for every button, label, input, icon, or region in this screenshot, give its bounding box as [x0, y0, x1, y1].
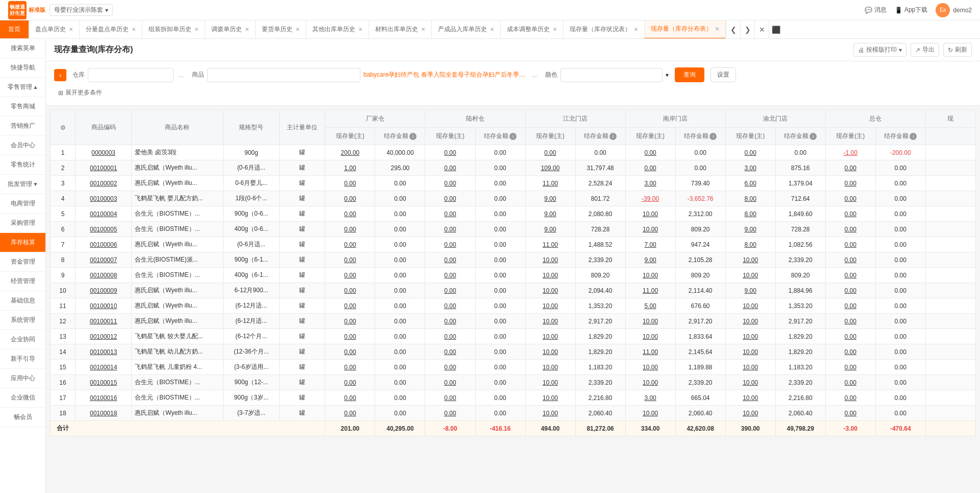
cell-yubei-qty[interactable]: 10.00 [725, 252, 775, 268]
tab-2-close[interactable]: ✕ [132, 27, 136, 32]
cell-nanan-qty[interactable]: 11.00 [625, 283, 675, 298]
cell-nanan-qty[interactable]: 9.00 [625, 252, 675, 268]
tab-9-close[interactable]: ✕ [553, 27, 557, 32]
cell-total-qty[interactable]: 0.00 [825, 176, 875, 191]
cell-lucun-qty[interactable]: 0.00 [425, 360, 475, 375]
cell-yubei-qty[interactable]: 10.00 [725, 344, 775, 360]
cell-total-qty[interactable]: 0.00 [825, 237, 875, 252]
cell-lucun-qty[interactable]: 0.00 [425, 145, 475, 160]
tab-8-close[interactable]: ✕ [490, 27, 494, 32]
cell-code[interactable]: 0000003 [76, 145, 132, 160]
tab-9[interactable]: 成本调整单历史 ✕ [501, 20, 564, 39]
cell-factory-qty[interactable]: 0.00 [325, 390, 375, 406]
sidebar-item-apps[interactable]: 应用中心 [0, 369, 45, 388]
cell-lucun-qty[interactable]: 0.00 [425, 344, 475, 360]
cell-code[interactable]: 00100008 [76, 268, 132, 283]
cell-nanan-qty[interactable]: 10.00 [625, 360, 675, 375]
tab-next-btn[interactable]: ❯ [740, 20, 754, 39]
cell-nanan-qty[interactable]: 0.00 [625, 145, 675, 160]
cell-code[interactable]: 00100016 [76, 390, 132, 406]
info-icon-5[interactable]: i [810, 133, 817, 140]
cell-factory-qty[interactable]: 0.00 [325, 283, 375, 298]
cell-factory-qty[interactable]: 0.00 [325, 206, 375, 222]
cell-yubei-qty[interactable]: 10.00 [725, 406, 775, 421]
cell-factory-qty[interactable]: 200.00 [325, 145, 375, 160]
cell-nanan-qty[interactable]: 7.00 [625, 237, 675, 252]
tab-6[interactable]: 其他出库单历史 ✕ [306, 20, 369, 39]
tab-3[interactable]: 组装拆卸单历史 ✕ [142, 20, 205, 39]
cell-code[interactable]: 00100005 [76, 222, 132, 237]
cell-jiangbei-qty[interactable]: 109.00 [525, 160, 575, 176]
cell-factory-qty[interactable]: 0.00 [325, 329, 375, 344]
message-btn[interactable]: 💬 消息 [865, 6, 887, 14]
cell-lucun-qty[interactable]: 0.00 [425, 160, 475, 176]
cell-lucun-qty[interactable]: 0.00 [425, 329, 475, 344]
cell-factory-qty[interactable]: 0.00 [325, 375, 375, 390]
product-input[interactable] [207, 68, 360, 82]
cell-total-qty[interactable]: -1.00 [825, 145, 875, 160]
cell-nanan-qty[interactable]: 10.00 [625, 206, 675, 222]
cell-total-qty[interactable]: 0.00 [825, 406, 875, 421]
sidebar-item-ecommerce[interactable]: 电商管理 [0, 194, 45, 214]
tab-10[interactable]: 现存量（库存状况表） ✕ [564, 20, 645, 39]
tab-2[interactable]: 分量盘点单历史 ✕ [80, 20, 142, 39]
cell-nanan-qty[interactable]: 3.00 [625, 176, 675, 191]
sidebar-item-operations[interactable]: 经营管理 [0, 272, 45, 291]
cell-yubei-qty[interactable]: 8.00 [725, 191, 775, 206]
sidebar-item-members[interactable]: 畅会员 [0, 408, 45, 427]
cell-yubei-qty[interactable]: 10.00 [725, 375, 775, 390]
cell-yubei-qty[interactable]: 10.00 [725, 390, 775, 406]
cell-jiangbei-qty[interactable]: 10.00 [525, 268, 575, 283]
cell-jiangbei-qty[interactable]: 10.00 [525, 298, 575, 314]
color-input[interactable] [560, 68, 663, 82]
tab-4-close[interactable]: ✕ [245, 27, 249, 32]
cell-yubei-qty[interactable]: 0.00 [725, 145, 775, 160]
tab-6-close[interactable]: ✕ [358, 27, 362, 32]
cell-code[interactable]: 00100018 [76, 406, 132, 421]
cell-total-qty[interactable]: 0.00 [825, 314, 875, 329]
sidebar-item-purchase[interactable]: 采购管理 [0, 214, 45, 233]
setting-btn[interactable]: 设置 [710, 67, 736, 82]
cell-code[interactable]: 00100004 [76, 206, 132, 222]
cell-factory-qty[interactable]: 0.00 [325, 237, 375, 252]
cell-yubei-qty[interactable]: 10.00 [725, 360, 775, 375]
cell-nanan-qty[interactable]: 10.00 [625, 375, 675, 390]
cell-nanan-qty[interactable]: -39.00 [625, 191, 675, 206]
cell-jiangbei-qty[interactable]: 10.00 [525, 390, 575, 406]
cell-code[interactable]: 00100001 [76, 160, 132, 176]
industry-selector[interactable]: 母婴行业演示陈套 ▾ [50, 4, 113, 16]
cell-nanan-qty[interactable]: 10.00 [625, 329, 675, 344]
cell-factory-qty[interactable]: 0.00 [325, 252, 375, 268]
cell-code[interactable]: 00100003 [76, 191, 132, 206]
cell-total-qty[interactable]: 0.00 [825, 222, 875, 237]
print-btn[interactable]: 🖨 按模版打印 ▾ [853, 43, 906, 57]
cell-code[interactable]: 00100014 [76, 360, 132, 375]
cell-total-qty[interactable]: 0.00 [825, 360, 875, 375]
cell-yubei-qty[interactable]: 10.00 [725, 314, 775, 329]
query-btn[interactable]: 查询 [675, 67, 704, 82]
app-download-btn[interactable]: 📱 App下载 [895, 6, 927, 14]
cell-lucun-qty[interactable]: 0.00 [425, 375, 475, 390]
info-icon-2[interactable]: i [509, 133, 517, 140]
tab-7-close[interactable]: ✕ [421, 27, 425, 32]
cell-code[interactable]: 00100015 [76, 375, 132, 390]
cell-lucun-qty[interactable]: 0.00 [425, 176, 475, 191]
tab-7[interactable]: 材料出库单历史 ✕ [369, 20, 432, 39]
tab-expand-btn[interactable]: ⬛ [769, 20, 783, 39]
cell-total-qty[interactable]: 0.00 [825, 390, 875, 406]
filter-collapse-btn[interactable]: › [54, 69, 66, 81]
cell-code[interactable]: 00100011 [76, 314, 132, 329]
cell-yubei-qty[interactable]: 8.00 [725, 206, 775, 222]
user-area[interactable]: Ea demo2 [936, 3, 972, 17]
cell-total-qty[interactable]: 0.00 [825, 298, 875, 314]
settings-icon[interactable]: ⚙ [58, 123, 68, 133]
tab-8[interactable]: 产成品入库单历史 ✕ [432, 20, 501, 39]
cell-factory-qty[interactable]: 0.00 [325, 360, 375, 375]
cell-code[interactable]: 00100012 [76, 329, 132, 344]
product-picker-btn[interactable]: ... [530, 72, 539, 79]
sidebar-item-retail-mgmt[interactable]: 零售管理 ▲ [0, 78, 45, 97]
tab-1[interactable]: 盘点单历史 ✕ [29, 20, 80, 39]
cell-jiangbei-qty[interactable]: 0.00 [525, 145, 575, 160]
cell-factory-qty[interactable]: 0.00 [325, 314, 375, 329]
cell-code[interactable]: 00100006 [76, 237, 132, 252]
